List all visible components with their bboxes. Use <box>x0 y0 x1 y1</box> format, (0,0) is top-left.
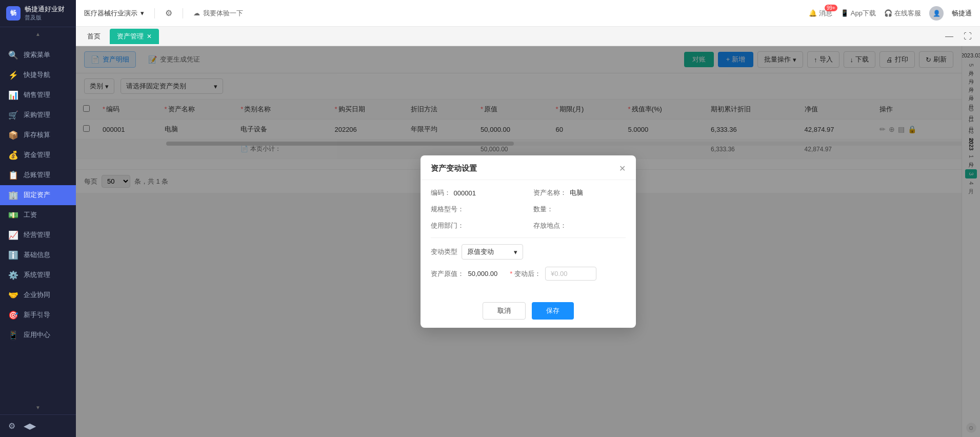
sidebar-item-payroll[interactable]: 💵 工资 <box>0 205 76 225</box>
settings-icon[interactable]: ⚙ <box>165 8 172 18</box>
sidebar-item-finance[interactable]: 💰 资金管理 <box>0 145 76 165</box>
support-button[interactable]: 🎧 在线客服 <box>884 9 921 18</box>
tabbar-maximize-button[interactable]: ⛶ <box>959 30 976 43</box>
logo: 畅 畅捷通好业财 普及版 <box>0 0 76 27</box>
settings-button[interactable]: ⚙ <box>8 421 15 431</box>
after-value-input[interactable] <box>545 267 596 281</box>
notification-badge: 99+ <box>825 5 837 11</box>
sidebar-item-purchase-label: 采购管理 <box>24 110 50 120</box>
change-type-label: 变动类型 <box>431 247 457 256</box>
collapse-button[interactable]: ◀▶ <box>24 421 36 431</box>
modal-body: 编码： 000001 资产名称： 电脑 规格型号： <box>421 180 636 296</box>
tab-home[interactable]: 首页 <box>80 29 108 44</box>
topbar-divider-2 <box>183 8 183 18</box>
main-area: 医疗器械行业演示 ▾ ⚙ ☁ 我要体验一下 🔔 消息 99+ 📱 App下载 🎧… <box>76 0 980 437</box>
sidebar-scroll-down[interactable]: ▼ <box>33 403 43 412</box>
sidebar-item-system[interactable]: ⚙️ 系统管理 <box>0 265 76 285</box>
code-label: 编码： <box>431 188 451 197</box>
tab-close-icon[interactable]: ✕ <box>147 33 152 40</box>
location-label: 存放地点： <box>533 221 567 230</box>
support-label: 在线客服 <box>894 9 921 18</box>
notification-button[interactable]: 🔔 消息 99+ <box>809 9 832 18</box>
modal-field-code: 编码： 000001 <box>431 188 523 197</box>
sidebar-item-enterprise-label: 企业协同 <box>24 290 50 300</box>
quick-nav-icon: ⚡ <box>8 70 18 80</box>
sidebar-bottom: ⚙ ◀▶ <box>0 414 76 437</box>
basic-info-icon: ℹ️ <box>8 250 18 260</box>
save-button[interactable]: 保存 <box>532 302 574 320</box>
cancel-button[interactable]: 取消 <box>483 302 526 320</box>
topbar-right: 🔔 消息 99+ 📱 App下载 🎧 在线客服 👤 畅捷通 <box>809 6 972 21</box>
tabbar-minimize-button[interactable]: — <box>941 30 957 43</box>
sidebar-item-app-center[interactable]: 📱 应用中心 <box>0 325 76 345</box>
sidebar-item-general-ledger[interactable]: 📋 总账管理 <box>0 165 76 185</box>
tabbar: 首页 资产管理 ✕ — ⛶ <box>76 27 980 46</box>
fixed-assets-icon: 🏢 <box>8 190 18 200</box>
modal-field-location: 存放地点： <box>533 221 626 230</box>
bell-icon: 🔔 <box>809 9 817 17</box>
experience-label: 我要体验一下 <box>203 9 243 18</box>
finance-icon: 💰 <box>8 150 18 160</box>
sidebar-item-fixed-assets-label: 固定资产 <box>24 190 50 200</box>
headset-icon: 🎧 <box>884 9 892 17</box>
code-value: 000001 <box>454 189 476 197</box>
sidebar-item-sales[interactable]: 📊 销售管理 <box>0 85 76 105</box>
sidebar-item-search[interactable]: 🔍 搜索菜单 <box>0 45 76 65</box>
operations-icon: 📈 <box>8 230 18 240</box>
tab-home-label: 首页 <box>87 32 101 40</box>
sidebar-item-app-center-label: 应用中心 <box>24 330 50 340</box>
app-version: 普及版 <box>25 14 65 22</box>
company-name: 医疗器械行业演示 <box>84 9 137 18</box>
after-value-required: * 变动后： <box>510 269 541 279</box>
company-selector[interactable]: 医疗器械行业演示 ▾ <box>84 9 144 18</box>
tab-asset-mgmt[interactable]: 资产管理 ✕ <box>110 29 159 44</box>
sidebar-item-quick-nav[interactable]: ⚡ 快捷导航 <box>0 65 76 85</box>
sidebar-item-system-label: 系统管理 <box>24 270 50 280</box>
download-icon: 📱 <box>841 9 849 17</box>
modal-divider <box>431 237 626 238</box>
modal-row-2: 规格型号： 数量： <box>431 205 626 214</box>
change-type-dropdown-icon: ▾ <box>514 248 517 256</box>
sidebar-item-basic-info[interactable]: ℹ️ 基础信息 <box>0 245 76 265</box>
tabbar-actions: — ⛶ <box>941 30 976 43</box>
sidebar-item-enterprise[interactable]: 🤝 企业协同 <box>0 285 76 305</box>
sidebar-item-inventory[interactable]: 📦 库存核算 <box>0 125 76 145</box>
sidebar-item-quick-nav-label: 快捷导航 <box>24 70 50 80</box>
sidebar-item-operations[interactable]: 📈 经营管理 <box>0 225 76 245</box>
original-value: 50,000.00 <box>468 270 498 277</box>
modal-footer: 取消 保存 <box>421 296 636 328</box>
app-center-icon: 📱 <box>8 330 18 340</box>
value-row: 资产原值： 50,000.00 * 变动后： <box>431 267 626 281</box>
change-type-select[interactable]: 原值变动 ▾ <box>462 244 523 260</box>
spec-label: 规格型号： <box>431 205 464 214</box>
username[interactable]: 畅捷通 <box>952 9 972 18</box>
app-download-label: App下载 <box>851 9 876 18</box>
sidebar-scroll-up[interactable]: ▲ <box>33 29 43 39</box>
topbar-divider-1 <box>154 8 155 18</box>
guide-icon: 🎯 <box>8 310 18 320</box>
sidebar-item-purchase[interactable]: 🛒 采购管理 <box>0 105 76 125</box>
sales-icon: 📊 <box>8 90 18 100</box>
avatar: 👤 <box>929 6 944 21</box>
cloud-icon: ☁ <box>193 9 200 17</box>
modal-title: 资产变动设置 <box>431 164 477 173</box>
sidebar-item-fixed-assets[interactable]: 🏢 固定资产 <box>0 185 76 205</box>
after-value-label: 变动后： <box>514 270 541 277</box>
modal-field-department: 使用部门： <box>431 221 523 230</box>
change-type-value: 原值变动 <box>467 247 494 256</box>
sidebar-item-operations-label: 经营管理 <box>24 230 50 240</box>
sidebar-item-finance-label: 资金管理 <box>24 150 50 160</box>
asset-change-modal: 资产变动设置 ✕ 编码： 000001 资产名称： 电脑 <box>421 155 636 328</box>
modal-header: 资产变动设置 ✕ <box>421 155 636 180</box>
enterprise-icon: 🤝 <box>8 290 18 300</box>
modal-close-button[interactable]: ✕ <box>619 164 626 173</box>
sidebar-item-sales-label: 销售管理 <box>24 90 50 100</box>
sidebar-item-basic-info-label: 基础信息 <box>24 250 50 260</box>
sidebar-item-guide[interactable]: 🎯 新手引导 <box>0 305 76 325</box>
experience-link[interactable]: ☁ 我要体验一下 <box>193 9 243 18</box>
purchase-icon: 🛒 <box>8 110 18 120</box>
modal-row-3: 使用部门： 存放地点： <box>431 221 626 230</box>
sidebar-item-payroll-label: 工资 <box>24 210 37 220</box>
app-download-button[interactable]: 📱 App下载 <box>841 9 876 18</box>
name-value: 电脑 <box>570 188 583 197</box>
